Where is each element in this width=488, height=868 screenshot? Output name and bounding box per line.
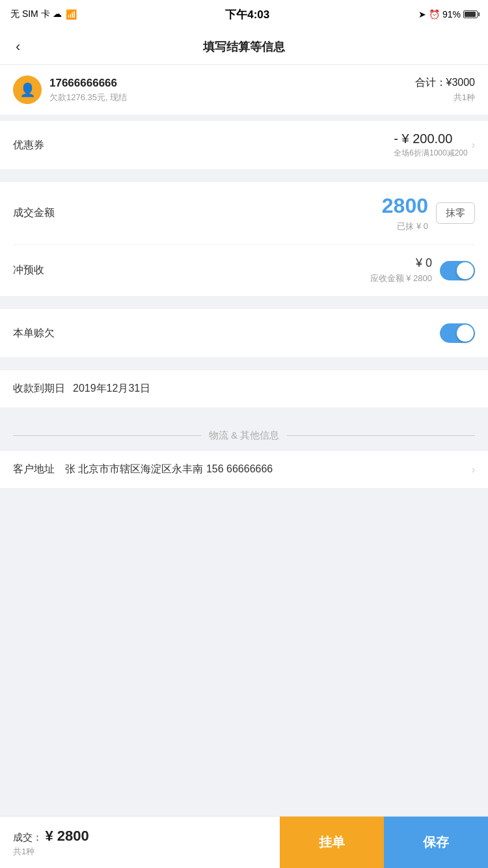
credit-toggle-knob (457, 325, 474, 342)
bottom-deal-label: 成交： (13, 832, 42, 843)
separator-5 (0, 495, 488, 501)
user-right: 合计：¥3000 共1种 (415, 76, 476, 103)
prepay-row: 冲预收 ¥ 0 应收金额 ¥ 2800 (13, 245, 475, 296)
empty-area (0, 501, 488, 618)
toggle-knob (457, 262, 474, 279)
prepay-amount: ¥ 0 (370, 256, 432, 270)
divider-line-right (287, 435, 475, 436)
logistics-divider: 物流 & 其他信息 (0, 420, 488, 451)
content-area: 👤 17666666666 欠款1276.35元, 现结 合计：¥3000 共1… (0, 65, 488, 683)
coupon-row[interactable]: 优惠券 - ¥ 200.00 全场6折满1000减200 › (0, 121, 488, 169)
user-phone: 17666666666 (49, 77, 127, 90)
deal-amount: 2800 (382, 194, 428, 218)
user-info-row: 👤 17666666666 欠款1276.35元, 现结 合计：¥3000 共1… (0, 65, 488, 115)
address-chevron-icon: › (472, 464, 475, 476)
user-sub: 欠款1276.35元, 现结 (49, 92, 127, 103)
deal-right: 2800 已抹 ¥ 0 抹零 (382, 194, 475, 232)
due-date-value: 2019年12月31日 (73, 382, 150, 396)
separator-1 (0, 176, 488, 182)
logistics-label: 物流 & 其他信息 (209, 429, 279, 442)
save-button[interactable]: 保存 (384, 817, 488, 869)
separator-2 (0, 303, 488, 309)
prepay-sub: 应收金额 ¥ 2800 (370, 273, 432, 284)
separator-4 (0, 414, 488, 420)
coupon-right: - ¥ 200.00 全场6折满1000减200 › (394, 131, 475, 159)
credit-row: 本单赊欠 (0, 309, 488, 357)
divider-line-left (13, 435, 201, 436)
prepay-toggle[interactable] (440, 261, 475, 280)
wifi-icon: 📶 (66, 9, 77, 20)
deal-label: 成交金额 (13, 206, 55, 220)
user-details: 17666666666 欠款1276.35元, 现结 (49, 77, 127, 103)
coupon-discount: - ¥ 200.00 (394, 131, 467, 146)
bottom-bar: 成交： ¥ 2800 共1种 挂单 保存 (0, 816, 488, 868)
page-title: 填写结算等信息 (203, 39, 285, 55)
due-date-row: 收款到期日 2019年12月31日 (0, 370, 488, 407)
status-time: 下午4:03 (225, 7, 269, 22)
sim-label: 无 SIM 卡 ☁ (10, 8, 62, 20)
coupon-desc: 全场6折满1000减200 (394, 148, 467, 159)
total-label: 合计：¥3000 (415, 76, 476, 90)
user-left: 👤 17666666666 欠款1276.35元, 现结 (13, 75, 127, 104)
item-count: 共1种 (415, 92, 476, 103)
bottom-count: 共1种 (13, 846, 267, 858)
alarm-icon: ⏰ (429, 9, 440, 20)
battery-icon (463, 10, 478, 18)
location-icon: ➤ (418, 9, 426, 20)
bottom-deal-amount: ¥ 2800 (45, 828, 88, 844)
prepay-right: ¥ 0 应收金额 ¥ 2800 (370, 256, 475, 284)
separator-3 (0, 364, 488, 370)
avatar: 👤 (13, 75, 42, 104)
nav-bar: ‹ 填写结算等信息 (0, 29, 488, 65)
address-label: 客户地址 (13, 463, 55, 476)
deal-sub: 已抹 ¥ 0 (382, 221, 428, 232)
bottom-summary: 成交： ¥ 2800 共1种 (0, 828, 280, 858)
credit-label: 本单赊欠 (13, 327, 55, 340)
coupon-label: 优惠券 (13, 139, 44, 152)
battery-percent: 91% (442, 9, 461, 20)
address-row[interactable]: 客户地址 张 北京市市辖区海淀区永丰南 156 66666666 › (0, 451, 488, 488)
deal-amount-row: 成交金额 2800 已抹 ¥ 0 抹零 (13, 182, 475, 245)
due-date-label: 收款到期日 (13, 382, 65, 396)
status-right: ➤ ⏰ 91% (418, 9, 478, 20)
pending-button[interactable]: 挂单 (280, 817, 384, 869)
prepay-label: 冲预收 (13, 264, 44, 277)
address-value: 张 北京市市辖区海淀区永丰南 156 66666666 (65, 463, 472, 476)
credit-toggle[interactable] (440, 323, 475, 343)
status-bar: 无 SIM 卡 ☁ 📶 下午4:03 ➤ ⏰ 91% (0, 0, 488, 29)
chevron-right-icon: › (472, 139, 475, 151)
round-zero-button[interactable]: 抹零 (436, 202, 475, 224)
deal-amount-section: 成交金额 2800 已抹 ¥ 0 抹零 冲预收 ¥ 0 应收金额 ¥ 2800 (0, 182, 488, 296)
status-left: 无 SIM 卡 ☁ 📶 (10, 8, 77, 20)
back-button[interactable]: ‹ (10, 33, 25, 61)
